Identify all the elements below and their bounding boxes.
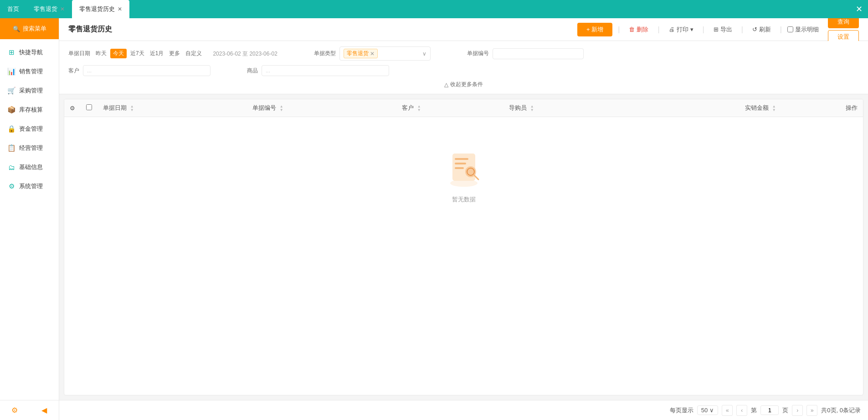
customer-sort-icon: ▲▼ — [417, 105, 421, 112]
number-filter-label: 单据编号 — [467, 50, 489, 57]
svg-rect-3 — [455, 163, 466, 164]
tab-home-label: 首页 — [7, 5, 19, 13]
date-sort-icon: ▲▼ — [130, 105, 134, 112]
filter-row-2: 客户 ... 商品 ... — [68, 65, 859, 76]
per-page-label: 每页显示 — [670, 406, 693, 415]
top-tab-bar: 首页 零售退货 ✕ 零售退货历史 ✕ ✕ — [0, 0, 868, 18]
search-icon: 🔍 — [13, 26, 20, 32]
table-header-checkbox — [81, 99, 98, 117]
next-page-btn[interactable]: › — [792, 405, 803, 416]
customer-filter-select[interactable]: ... — [83, 65, 211, 76]
tab-retail-return-close[interactable]: ✕ — [60, 6, 65, 12]
tab-retail-return[interactable]: 零售退货 ✕ — [26, 0, 72, 18]
goods-ellipsis: ... — [266, 67, 270, 74]
customer-filter-group: 客户 ... — [68, 65, 211, 76]
purchase-icon: 🛒 — [7, 87, 15, 95]
collapse-icon: △ — [444, 82, 448, 88]
window-close-button[interactable]: ✕ — [850, 0, 868, 18]
table-header-row: ⚙ 单据日期 ▲▼ 单据编号 ▲▼ — [64, 99, 863, 117]
date-range-value: 2023-06-02 至 2023-06-02 — [213, 50, 277, 58]
type-tag-close[interactable]: ✕ — [370, 51, 375, 57]
table-header-number[interactable]: 单据编号 ▲▼ — [247, 99, 396, 117]
show-detail-checkbox-label[interactable]: 显示明细 — [787, 26, 819, 34]
delete-button[interactable]: 🗑 删除 — [625, 24, 652, 36]
divider-5: | — [780, 26, 782, 34]
sidebar-settings-btn[interactable]: ⚙ — [7, 403, 22, 418]
divider-1: | — [618, 26, 620, 34]
first-page-btn[interactable]: « — [722, 405, 733, 416]
collapse-btn[interactable]: △ 收起更多条件 — [444, 81, 483, 88]
refresh-button[interactable]: ↺ 刷新 — [749, 24, 775, 36]
sidebar: 🔍 搜索菜单 ⊞ 快捷导航 📊 销售管理 🛒 采购管理 📦 库存核算 🔒 — [0, 18, 59, 420]
content-area: 零售退货历史 + 新增 | 🗑 删除 | 🖨 打印 ▾ | ⊞ — [59, 18, 868, 420]
last7-btn[interactable]: 近7天 — [128, 49, 146, 58]
sidebar-item-purchase-mgmt[interactable]: 🛒 采购管理 — [0, 81, 59, 100]
yesterday-btn[interactable]: 昨天 — [94, 49, 108, 58]
table-header-amount[interactable]: 实销金额 ▲▼ — [632, 99, 781, 117]
goods-filter-select[interactable]: ... — [262, 65, 389, 76]
sidebar-item-fund-label: 资金管理 — [19, 125, 43, 133]
sidebar-search[interactable]: 🔍 搜索菜单 — [0, 18, 59, 39]
delete-icon: 🗑 — [629, 26, 635, 33]
sidebar-item-sales-mgmt[interactable]: 📊 销售管理 — [0, 62, 59, 81]
show-detail-checkbox[interactable] — [787, 26, 793, 32]
action-col-label: 操作 — [846, 104, 858, 111]
date-filter-group: 单据日期 昨天 今天 近7天 近1月 更多 自定义 — [68, 49, 204, 58]
table-header-guide[interactable]: 导购员 ▲▼ — [503, 99, 632, 117]
today-btn[interactable]: 今天 — [110, 49, 127, 58]
sidebar-item-inventory-check[interactable]: 📦 库存核算 — [0, 100, 59, 119]
type-filter-group: 单据类型 零售退货 ✕ ∨ — [314, 46, 431, 61]
sidebar-collapse-btn[interactable]: ◀ — [37, 403, 51, 418]
sidebar-item-inventory-label: 库存核算 — [19, 106, 43, 114]
show-detail-label: 显示明细 — [795, 26, 819, 34]
type-filter-select[interactable]: 零售退货 ✕ ∨ — [339, 46, 431, 61]
add-button[interactable]: + 新增 — [577, 23, 612, 36]
number-filter-input[interactable] — [493, 48, 584, 59]
filter-area: 单据日期 昨天 今天 近7天 近1月 更多 自定义 2023-06-02 至 2… — [59, 41, 868, 94]
print-label: 打印 — [677, 26, 688, 34]
customer-ellipsis: ... — [87, 67, 92, 74]
table-header-date[interactable]: 单据日期 ▲▼ — [98, 99, 247, 117]
select-all-checkbox[interactable] — [86, 104, 92, 110]
add-button-label: + 新增 — [586, 26, 603, 33]
goods-filter-group: 商品 ... — [247, 65, 389, 76]
sidebar-item-purchase-label: 采购管理 — [19, 87, 43, 95]
print-arrow: ▾ — [690, 26, 693, 33]
customer-col-label: 客户 — [402, 104, 414, 111]
print-button[interactable]: 🖨 打印 ▾ — [665, 24, 697, 36]
tab-retail-return-history[interactable]: 零售退货历史 ✕ — [72, 0, 129, 18]
more-btn[interactable]: 更多 — [167, 49, 182, 58]
collapse-label: 收起更多条件 — [450, 81, 483, 88]
tab-retail-return-history-close[interactable]: ✕ — [118, 6, 122, 12]
export-icon: ⊞ — [714, 26, 719, 33]
amount-sort-icon: ▲▼ — [772, 105, 776, 112]
prev-page-btn[interactable]: ‹ — [736, 405, 747, 416]
sidebar-item-sales-label: 销售管理 — [19, 67, 43, 76]
delete-label: 删除 — [637, 26, 648, 34]
svg-rect-4 — [455, 167, 464, 169]
refresh-icon: ↺ — [752, 26, 757, 33]
table-header-customer[interactable]: 客户 ▲▼ — [396, 99, 503, 117]
sidebar-item-quick-nav[interactable]: ⊞ 快捷导航 — [0, 43, 59, 62]
last1m-btn[interactable]: 近1月 — [148, 49, 166, 58]
sidebar-item-basic-info[interactable]: 🗂 基础信息 — [0, 158, 59, 177]
last-page-btn[interactable]: » — [806, 405, 817, 416]
sidebar-item-fund-mgmt[interactable]: 🔒 资金管理 — [0, 119, 59, 138]
custom-btn[interactable]: 自定义 — [184, 49, 204, 58]
sidebar-item-sys-mgmt[interactable]: ⚙ 系统管理 — [0, 177, 59, 196]
query-button[interactable]: 查询 — [828, 18, 859, 28]
ops-icon: 📋 — [7, 144, 15, 152]
sidebar-item-ops-mgmt[interactable]: 📋 经营管理 — [0, 138, 59, 158]
sidebar-bottom: ⚙ ◀ — [0, 400, 59, 420]
export-button[interactable]: ⊞ 导出 — [710, 24, 736, 36]
sidebar-item-ops-label: 经营管理 — [19, 144, 43, 152]
header-actions: + 新增 | 🗑 删除 | 🖨 打印 ▾ | ⊞ 导出 | — [577, 18, 859, 44]
tab-home[interactable]: 首页 — [0, 0, 26, 18]
page-input[interactable] — [760, 405, 779, 415]
basic-icon: 🗂 — [7, 163, 15, 171]
gear-icon[interactable]: ⚙ — [70, 105, 75, 112]
sidebar-nav: ⊞ 快捷导航 📊 销售管理 🛒 采购管理 📦 库存核算 🔒 资金管理 📋 — [0, 39, 59, 400]
per-page-select[interactable]: 50 ∨ — [697, 405, 718, 415]
inventory-icon: 📦 — [7, 106, 15, 114]
empty-text: 暂无数据 — [452, 195, 476, 204]
